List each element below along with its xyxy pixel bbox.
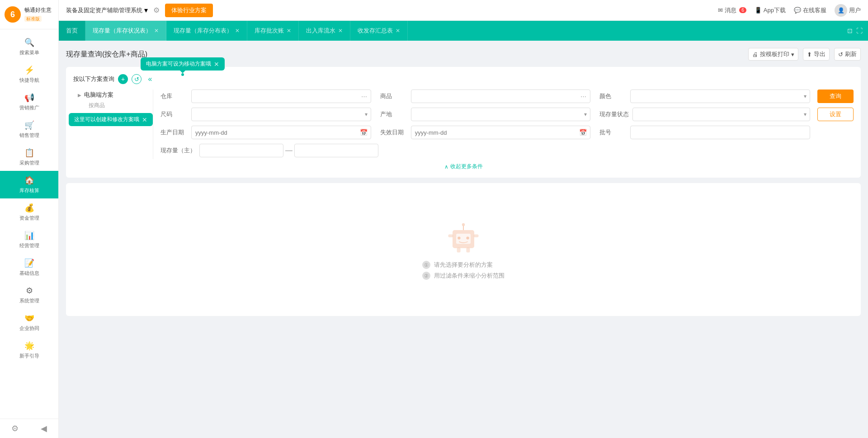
tooltip-dot — [180, 72, 185, 77]
desktop-branch[interactable]: ▶ 电脑端方案 — [78, 89, 146, 100]
sidebar-item-search-menu[interactable]: 🔍 搜索菜单 — [0, 33, 58, 61]
app-download-button[interactable]: 📱 App下载 — [755, 6, 786, 14]
sidebar-item-finance[interactable]: 💰 资金管理 — [0, 198, 58, 226]
tab-home[interactable]: 首页 — [59, 21, 85, 41]
sidebar-label-sales: 销售管理 — [19, 132, 39, 139]
goods-input[interactable] — [415, 90, 579, 103]
query-button[interactable]: 查询 — [817, 89, 854, 103]
empty-illustration — [445, 219, 481, 255]
stock-main-field: 现存量（主） — — [160, 144, 378, 157]
expiry-date-input[interactable] — [411, 126, 591, 139]
create-scheme-tooltip: 这里可以创建和修改方案哦 ✕ — [69, 113, 153, 126]
sidebar-item-marketing[interactable]: 📢 营销推广 — [0, 88, 58, 116]
tab-inventory-status[interactable]: 现存量（库存状况表） ✕ — [85, 21, 166, 41]
empty-state: ① 请先选择要分析的方案 ② 用过滤条件来缩小分析范围 — [66, 183, 861, 316]
production-date-input[interactable] — [191, 126, 371, 139]
tab-close-receive-summary[interactable]: ✕ — [396, 28, 400, 34]
sidebar-label-quick-nav: 快捷导航 — [19, 77, 39, 84]
tab-restore-icon[interactable]: ⊡ — [847, 27, 853, 34]
sidebar-item-system[interactable]: ⚙ 系统管理 — [0, 281, 58, 309]
online-service-button[interactable]: 💬 在线客服 — [794, 6, 826, 14]
warehouse-input[interactable] — [195, 90, 359, 103]
logo-tag: 标准版 — [24, 16, 42, 22]
tab-fullscreen-icon[interactable]: ⛶ — [856, 27, 863, 34]
sidebar-item-guide[interactable]: 🌟 新手引导 — [0, 336, 58, 364]
system-title-area[interactable]: 装备及固定资产辅助管理系统 ▾ — [66, 6, 148, 14]
query-scheme-label: 按以下方案查询 — [73, 75, 114, 83]
query-panel-header: 按以下方案查询 + ↺ « 电脑方案可设为移动方案哦 ✕ — [73, 74, 854, 84]
page-actions: 🖨 按模板打印 ▾ ⬆ 导出 ↺ 刷新 — [748, 48, 861, 61]
collapse-sidebar-icon[interactable]: ◀ — [41, 424, 47, 433]
desktop-branch-arrow: ▶ — [78, 93, 81, 98]
settings-gear-icon[interactable]: ⚙ — [153, 6, 160, 14]
sidebar-item-sales[interactable]: 🛒 销售管理 — [0, 116, 58, 143]
batch-input[interactable] — [630, 126, 810, 139]
sidebar-bottom: ⚙ ◀ — [0, 419, 58, 438]
print-dropdown-icon: ▾ — [791, 51, 794, 58]
back-scheme-button[interactable]: « — [145, 74, 155, 84]
empty-step-1: ① 请先选择要分析的方案 — [422, 261, 505, 269]
stock-main-label: 现存量（主） — [160, 146, 196, 155]
export-button[interactable]: ⬆ 导出 — [803, 48, 830, 61]
add-scheme-button[interactable]: + — [118, 74, 128, 84]
user-button[interactable]: 👤 用户 — [835, 4, 861, 17]
tab-inout-flow[interactable]: 出入库流水 ✕ — [299, 21, 350, 41]
reset-button[interactable]: 设置 — [817, 108, 854, 121]
tab-close-inventory-dist[interactable]: ✕ — [235, 28, 240, 34]
stock-range-separator: — — [285, 146, 292, 155]
sales-icon: 🛒 — [24, 120, 34, 130]
warehouse-label: 仓库 — [160, 92, 188, 100]
form-area: 仓库 ⋯ 商品 ⋯ — [160, 89, 810, 159]
tab-close-inout-flow[interactable]: ✕ — [338, 28, 343, 34]
stock-status-select[interactable] — [632, 108, 810, 121]
batch-label: 批号 — [599, 128, 627, 137]
svg-rect-9 — [466, 247, 470, 252]
tab-close-batch-ledger[interactable]: ✕ — [287, 28, 291, 34]
results-area: ① 请先选择要分析的方案 ② 用过滤条件来缩小分析范围 — [66, 183, 861, 316]
edit-scheme-button[interactable]: ↺ — [132, 74, 142, 84]
sidebar-item-operations[interactable]: 📊 经营管理 — [0, 226, 58, 254]
color-select[interactable] — [630, 89, 810, 103]
tab-controls: ⊡ ⛶ — [842, 21, 868, 41]
svg-rect-6 — [448, 235, 453, 237]
print-button[interactable]: 🖨 按模板打印 ▾ — [748, 48, 798, 61]
production-date-field: 生产日期 📅 — [160, 126, 371, 139]
create-tooltip-close[interactable]: ✕ — [142, 116, 147, 123]
sidebar-label-search-menu: 搜索菜单 — [19, 49, 39, 56]
scheme-item-goods[interactable]: 按商品 — [89, 100, 146, 111]
title-dropdown-icon: ▾ — [144, 6, 148, 14]
sidebar-item-base-info[interactable]: 📝 基础信息 — [0, 254, 58, 281]
sidebar-item-inventory[interactable]: 🏠 库存核算 — [0, 171, 58, 198]
warehouse-field: 仓库 ⋯ — [160, 89, 371, 103]
origin-select[interactable] — [411, 108, 591, 121]
scheme-tree: 这里可以创建和修改方案哦 ✕ ▶ 电脑端方案 — [73, 89, 146, 159]
system-title: 装备及固定资产辅助管理系统 — [66, 6, 142, 14]
tab-inventory-dist[interactable]: 现存量（库存分布表） ✕ — [166, 21, 247, 41]
collapse-bar[interactable]: ∧ 收起更多条件 — [73, 159, 854, 170]
scheme-tooltip-close[interactable]: ✕ — [214, 61, 219, 68]
sidebar-label-inventory: 库存核算 — [19, 187, 39, 194]
collapse-label: 收起更多条件 — [450, 163, 483, 170]
refresh-button[interactable]: ↺ 刷新 — [834, 48, 861, 61]
purchase-icon: 📋 — [24, 148, 34, 158]
tab-receive-summary[interactable]: 收发存汇总表 ✕ — [350, 21, 408, 41]
print-icon: 🖨 — [752, 51, 758, 58]
trial-button[interactable]: 体验行业方案 — [165, 4, 213, 17]
message-label: 消息 — [725, 6, 736, 14]
tab-close-inventory-status[interactable]: ✕ — [154, 28, 159, 34]
app-label: App下载 — [764, 6, 786, 14]
stock-main-from[interactable] — [199, 144, 283, 157]
sidebar-item-purchase[interactable]: 📋 采购管理 — [0, 143, 58, 171]
marketing-icon: 📢 — [24, 93, 34, 103]
stock-main-range: — — [199, 144, 378, 157]
size-select[interactable] — [191, 108, 371, 121]
sidebar-item-quick-nav[interactable]: ⚡ 快捷导航 — [0, 61, 58, 88]
sidebar-item-cooperation[interactable]: 🤝 企业协同 — [0, 309, 58, 336]
tab-inout-flow-label: 出入库流水 — [306, 27, 335, 35]
tab-batch-ledger[interactable]: 库存批次账 ✕ — [247, 21, 299, 41]
settings-icon[interactable]: ⚙ — [11, 424, 19, 433]
message-button[interactable]: ✉ 消息 6 — [718, 6, 746, 14]
stock-main-to[interactable] — [294, 144, 378, 157]
step-2-text: 用过滤条件来缩小分析范围 — [434, 272, 505, 280]
size-label: 尺码 — [160, 110, 188, 118]
